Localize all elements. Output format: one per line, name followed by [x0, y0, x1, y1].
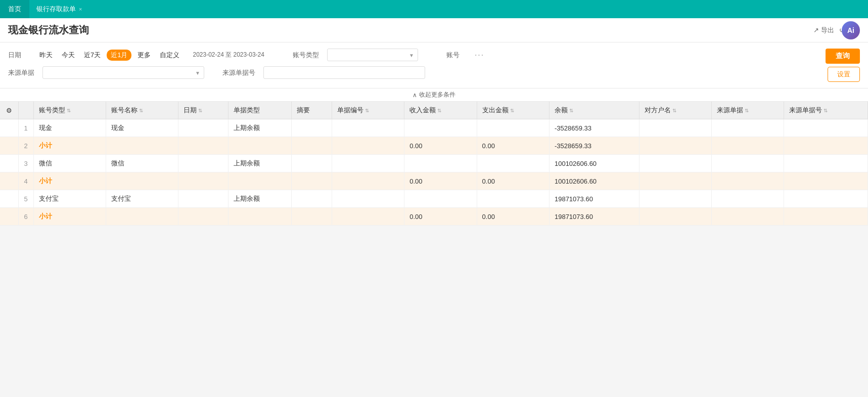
top-nav: 首页 收款单×付款单×其他收入单×应收应付调整单×银行存取款单×预收冲应收单×收… [0, 0, 868, 18]
td-date-1 [178, 137, 229, 155]
td-expense-3: 0.00 [477, 172, 549, 190]
sort-icon-balance: ⇅ [569, 108, 573, 113]
td-date-2 [178, 155, 229, 172]
account-label: 账号 [446, 51, 467, 60]
td-account_name-0: 现金 [106, 119, 178, 137]
nav-tab-4[interactable]: 银行存取款单× [29, 0, 102, 18]
td-account_type-0: 现金 [33, 119, 106, 137]
td-account_name-4: 支付宝 [106, 190, 178, 208]
td-income-5: 0.00 [404, 208, 477, 226]
td-doc_num-4 [332, 190, 404, 208]
td-source_doc_num-1 [784, 137, 868, 155]
filter-row-1: 日期 昨天今天近7天近1月更多自定义 2023-02-24 至 2023-03-… [8, 49, 826, 61]
filter-area: 日期 昨天今天近7天近1月更多自定义 2023-02-24 至 2023-03-… [0, 42, 868, 89]
td-balance-4: 19871073.60 [549, 190, 639, 208]
td-config-5 [0, 208, 18, 226]
td-account_name-5 [106, 208, 178, 226]
td-source_doc_num-3 [784, 172, 868, 190]
td-config-1 [0, 137, 18, 155]
source-doc-num-input[interactable] [263, 66, 425, 79]
date-opt-2[interactable]: 近7天 [81, 50, 104, 61]
settings-button[interactable]: 设置 [828, 67, 860, 82]
td-source_doc-5 [712, 208, 784, 226]
date-opt-4[interactable]: 更多 [134, 50, 154, 61]
source-doc-label: 来源单据 [8, 68, 34, 77]
td-summary-3 [291, 172, 332, 190]
td-balance-5: 19871073.60 [549, 208, 639, 226]
data-table: ⚙账号类型⇅账号名称⇅日期⇅单据类型摘要单据编号⇅收入金额⇅支出金额⇅余额⇅对方… [0, 102, 868, 226]
config-icon: ⚙ [6, 107, 12, 114]
td-date-4 [178, 190, 229, 208]
sort-icon-date: ⇅ [198, 108, 202, 113]
table-row: 2小计0.000.00-3528659.33 [0, 137, 868, 155]
table-row: 4小计0.000.00100102606.60 [0, 172, 868, 190]
th-source_doc[interactable]: 来源单据⇅ [712, 102, 784, 119]
table-row: 6小计0.000.0019871073.60 [0, 208, 868, 226]
account-more-btn[interactable]: ··· [475, 51, 484, 60]
ai-button[interactable]: Ai [842, 21, 860, 39]
account-type-select[interactable]: 现金 微信 支付宝 [327, 49, 418, 61]
date-opt-3[interactable]: 近1月 [107, 50, 131, 61]
source-doc-select-wrapper [42, 66, 204, 79]
td-account_name-2: 微信 [106, 155, 178, 172]
table-container: ⚙账号类型⇅账号名称⇅日期⇅单据类型摘要单据编号⇅收入金额⇅支出金额⇅余额⇅对方… [0, 102, 868, 226]
td-doc_num-2 [332, 155, 404, 172]
td-date-5 [178, 208, 229, 226]
source-doc-num-label: 来源单据号 [222, 68, 255, 77]
td-expense-2 [477, 155, 549, 172]
date-opt-5[interactable]: 自定义 [157, 50, 182, 61]
td-num-0: 1 [18, 119, 33, 137]
th-account_name[interactable]: 账号名称⇅ [106, 102, 178, 119]
collapse-icon: ∧ [413, 92, 417, 99]
td-account_type-3: 小计 [33, 172, 106, 190]
date-opt-1[interactable]: 今天 [59, 50, 78, 61]
sort-icon-expense: ⇅ [510, 108, 514, 113]
th-expense[interactable]: 支出金额⇅ [477, 102, 549, 119]
date-range: 2023-02-24 至 2023-03-24 [193, 51, 264, 59]
th-balance[interactable]: 余额⇅ [549, 102, 639, 119]
collapse-bar[interactable]: ∧ 收起更多条件 [0, 89, 868, 102]
td-source_doc_num-4 [784, 190, 868, 208]
td-summary-0 [291, 119, 332, 137]
export-button[interactable]: ↗ 导出 [813, 26, 834, 35]
td-account_type-1: 小计 [33, 137, 106, 155]
sort-icon-source_doc_num: ⇅ [824, 108, 828, 113]
td-expense-0 [477, 119, 549, 137]
th-account_type[interactable]: 账号类型⇅ [33, 102, 106, 119]
td-account_name-3 [106, 172, 178, 190]
sort-icon-account_type: ⇅ [67, 108, 71, 113]
td-doc_num-0 [332, 119, 404, 137]
td-account_type-5: 小计 [33, 208, 106, 226]
source-doc-select[interactable] [42, 66, 204, 79]
nav-home-label: 首页 [8, 0, 21, 18]
td-account_type-2: 微信 [33, 155, 106, 172]
date-opt-0[interactable]: 昨天 [36, 50, 56, 61]
td-doc_type-3 [229, 172, 292, 190]
td-doc_type-2: 上期余额 [229, 155, 292, 172]
td-balance-3: 100102606.60 [549, 172, 639, 190]
th-source_doc_num[interactable]: 来源单据号⇅ [784, 102, 868, 119]
td-num-1: 2 [18, 137, 33, 155]
query-button[interactable]: 查询 [826, 49, 860, 64]
td-counterparty-0 [639, 119, 711, 137]
filter-buttons: 查询 设置 [826, 49, 860, 82]
th-config[interactable]: ⚙ [0, 102, 18, 119]
th-date[interactable]: 日期⇅ [178, 102, 229, 119]
td-date-0 [178, 119, 229, 137]
td-counterparty-5 [639, 208, 711, 226]
page-header: 现金银行流水查询 ↗ 导出 ↺ 刷新 [0, 18, 868, 42]
td-num-4: 5 [18, 190, 33, 208]
th-counterparty[interactable]: 对方户名⇅ [639, 102, 711, 119]
td-source_doc-2 [712, 155, 784, 172]
nav-tab-close-4[interactable]: × [79, 0, 82, 18]
td-account_type-4: 支付宝 [33, 190, 106, 208]
th-income[interactable]: 收入金额⇅ [404, 102, 477, 119]
collapse-label: 收起更多条件 [419, 91, 455, 99]
td-income-1: 0.00 [404, 137, 477, 155]
td-counterparty-2 [639, 155, 711, 172]
nav-home[interactable]: 首页 [0, 0, 29, 18]
th-doc_num[interactable]: 单据编号⇅ [332, 102, 404, 119]
page-title: 现金银行流水查询 [8, 23, 89, 37]
td-expense-1: 0.00 [477, 137, 549, 155]
table-header: ⚙账号类型⇅账号名称⇅日期⇅单据类型摘要单据编号⇅收入金额⇅支出金额⇅余额⇅对方… [0, 102, 868, 119]
